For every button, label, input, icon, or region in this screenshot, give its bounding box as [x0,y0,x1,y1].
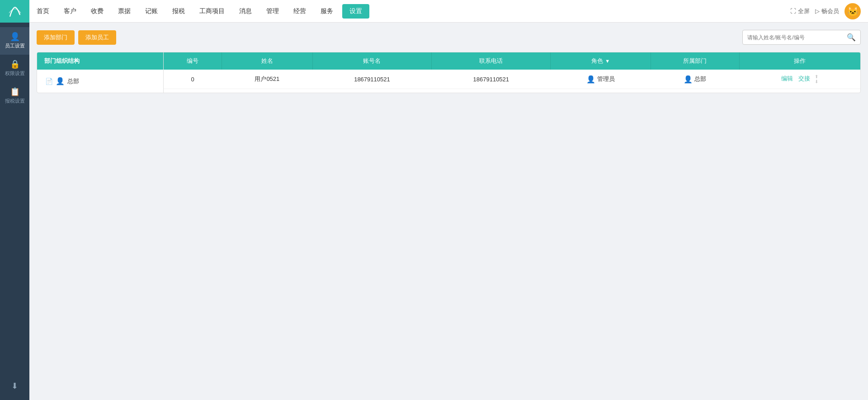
role-person-icon: 👤 [586,75,595,84]
edit-link[interactable]: 编辑 [781,75,793,82]
dept-person-icon: 👤 [56,77,65,85]
sidebar-label-tax: 报税设置 [5,98,25,104]
nav-fee[interactable]: 收费 [84,0,111,22]
main-layout: 👤 员工设置 🔒 权限设置 📋 报税设置 ⬇ 添加部门 添加员工 🔍 [0,23,868,400]
cell-actions: 编辑 交接 ⬆⬇ [739,70,860,89]
top-right-actions: ⛶ 全屏 ▷ 畅会员 🐱 [790,3,868,19]
sidebar-label-employee: 员工设置 [5,42,25,49]
dept-person-icon-row: 👤 [684,75,693,84]
search-box: 🔍 [742,30,861,45]
dept-tree-item-root[interactable]: 📄 👤 总部 [42,74,159,88]
nav-home[interactable]: 首页 [29,0,57,22]
tax-icon: 📋 [10,88,20,96]
col-phone: 联系电话 [432,52,551,70]
nav-message[interactable]: 消息 [232,0,259,22]
sidebar-download[interactable]: ⬇ [0,376,29,395]
table-row: 0 用户0521 18679110521 18679110521 👤 管理员 [164,70,860,89]
dept-panel: 部门组织结构 📄 👤 总部 [37,52,164,93]
main-content: 添加部门 添加员工 🔍 部门组织结构 📄 👤 总部 [29,23,868,400]
transfer-link[interactable]: 交接 [798,75,810,82]
cell-name: 用户0521 [222,70,312,89]
add-dept-button[interactable]: 添加部门 [37,30,75,45]
sidebar: 👤 员工设置 🔒 权限设置 📋 报税设置 ⬇ [0,23,29,400]
col-name: 姓名 [222,52,312,70]
cell-phone: 18679110521 [432,70,551,89]
vip-label: 畅会员 [821,7,839,15]
col-role: 角色 ▼ [551,52,651,70]
col-id: 编号 [164,52,222,70]
employee-table: 编号 姓名 账号名 联系电话 角色 ▼ 所属部门 操作 [164,52,860,89]
nav-invoice[interactable]: 票据 [111,0,138,22]
search-input[interactable] [743,32,842,43]
nav-operation[interactable]: 经营 [286,0,313,22]
cell-id: 0 [164,70,222,89]
nav-manage[interactable]: 管理 [259,0,286,22]
row-scroll-handle[interactable]: ⬆⬇ [815,74,818,84]
add-employee-button[interactable]: 添加员工 [78,30,116,45]
nav-account[interactable]: 记账 [138,0,165,22]
download-icon: ⬇ [11,382,18,390]
role-value: 管理员 [597,75,615,83]
vip-button[interactable]: ▷ 畅会员 [815,7,839,15]
employee-panel: 编号 姓名 账号名 联系电话 角色 ▼ 所属部门 操作 [164,52,860,93]
content-area: 部门组织结构 📄 👤 总部 编号 姓名 账号名 [37,52,861,93]
fullscreen-icon: ⛶ [790,8,796,14]
user-avatar[interactable]: 🐱 [844,3,861,19]
fullscreen-label: 全屏 [798,7,810,15]
nav-tax[interactable]: 报税 [165,0,192,22]
dept-tree: 📄 👤 总部 [37,70,163,93]
top-navigation: 首页 客户 收费 票据 记账 报税 工商项目 消息 管理 经营 服务 设置 ⛶ … [0,0,868,23]
role-filter-icon[interactable]: ▼ [605,58,610,64]
nav-service[interactable]: 服务 [313,0,340,22]
nav-industry[interactable]: 工商项目 [192,0,232,22]
sidebar-item-permission[interactable]: 🔒 权限设置 [0,55,29,82]
vip-icon: ▷ [815,8,820,14]
dept-value: 总部 [694,75,706,83]
cell-account: 18679110521 [312,70,431,89]
employee-icon: 👤 [10,33,20,41]
nav-settings[interactable]: 设置 [342,4,369,19]
col-actions: 操作 [739,52,860,70]
dept-file-icon: 📄 [45,78,53,85]
col-dept: 所属部门 [651,52,739,70]
sidebar-item-employee[interactable]: 👤 员工设置 [0,27,29,55]
cell-dept: 👤 总部 [651,70,739,89]
fullscreen-button[interactable]: ⛶ 全屏 [790,7,810,15]
table-head: 编号 姓名 账号名 联系电话 角色 ▼ 所属部门 操作 [164,52,860,70]
search-button[interactable]: 🔍 [842,30,860,44]
toolbar: 添加部门 添加员工 🔍 [37,30,861,45]
nav-customer[interactable]: 客户 [57,0,84,22]
dept-panel-header: 部门组织结构 [37,52,163,70]
col-account: 账号名 [312,52,431,70]
nav-items: 首页 客户 收费 票据 记账 报税 工商项目 消息 管理 经营 服务 设置 [29,0,790,22]
cell-role: 👤 管理员 [551,70,651,89]
dept-root-label: 总部 [67,77,79,85]
permission-icon: 🔒 [10,60,20,68]
app-logo[interactable] [0,0,29,23]
sidebar-label-permission: 权限设置 [5,70,25,77]
table-body: 0 用户0521 18679110521 18679110521 👤 管理员 [164,70,860,89]
sidebar-item-tax[interactable]: 📋 报税设置 [0,82,29,110]
